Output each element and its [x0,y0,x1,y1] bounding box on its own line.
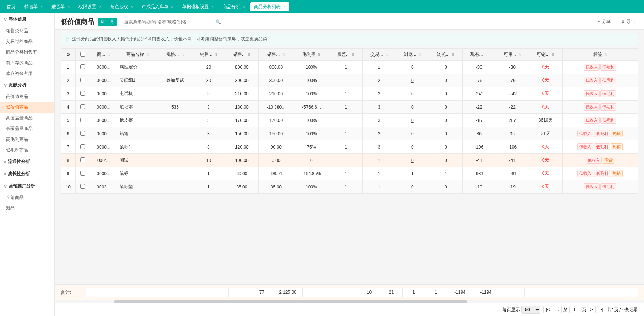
th-name[interactable]: 商品名称 ⇅ [117,49,158,61]
cell-checkbox[interactable] [76,74,90,87]
sidebar-item-in-stock[interactable]: 有库存的商品 [0,58,54,68]
cell-checkbox[interactable] [76,114,90,127]
th-sellable[interactable]: 可销... ⇅ [529,49,562,61]
close-icon[interactable]: × [243,5,245,9]
nav-role[interactable]: 角色授权 × [107,2,137,11]
close-icon[interactable]: × [131,5,133,9]
cell-view1[interactable]: 0 [396,127,429,140]
section-growth[interactable]: >成长性分析 [0,168,54,180]
row-checkbox[interactable] [80,171,85,176]
per-page-select[interactable]: 50 100 200 [521,306,540,314]
select-all-checkbox[interactable] [80,52,85,57]
sidebar-item-sales-products[interactable]: 销售类商品 [0,26,54,36]
row-checkbox[interactable] [80,78,85,82]
nav-sales[interactable]: 销售单 × [21,2,46,11]
prev-page-button[interactable]: < [554,306,561,313]
export-button[interactable]: ⬇ 导出 [618,17,638,26]
row-checkbox[interactable] [80,131,85,136]
view-link[interactable]: 0 [411,105,414,110]
cell-checkbox[interactable] [76,180,90,194]
cell-checkbox[interactable] [76,61,90,74]
row-checkbox[interactable] [80,91,85,96]
cell-checkbox[interactable] [76,140,90,154]
row-checkbox[interactable] [80,64,85,69]
th-sales-amount[interactable]: 销售... ⇅ [225,49,258,61]
view-link[interactable]: 0 [411,158,414,163]
page-number-input[interactable] [569,306,580,313]
row-checkbox[interactable] [80,144,85,149]
first-page-button[interactable]: |< [543,306,552,313]
view-link[interactable]: 0 [411,78,414,83]
cell-checkbox[interactable] [76,127,90,140]
th-sales-qty[interactable]: 销售... ⇅ [192,49,225,61]
close-icon[interactable]: × [211,5,214,9]
cell-view1[interactable]: 0 [396,87,429,101]
view-link[interactable]: 0 [411,91,414,96]
section-contribution[interactable]: ∨贡献分析 [0,79,54,91]
cell-checkbox[interactable] [76,101,90,114]
th-spec[interactable]: 规格... ⇅ [158,49,192,61]
share-button[interactable]: ↗ 分享 [594,17,614,26]
cell-view1[interactable]: 1 [396,167,429,180]
sidebar-item-high-coverage[interactable]: 高覆盖量商品 [0,113,54,123]
sidebar-item-capital[interactable]: 库存资金占用 [0,68,54,79]
nav-permission[interactable]: 权限设置 × [75,2,105,11]
th-sales-profit[interactable]: 销售... ⇅ [258,49,294,61]
view-link[interactable]: 0 [411,145,414,150]
row-checkbox[interactable] [80,104,85,109]
view-link[interactable]: 1 [411,171,414,176]
close-icon[interactable]: × [68,5,70,9]
th-view2[interactable]: 浏览... ⇅ [429,49,462,61]
close-icon[interactable]: × [99,5,101,9]
nav-product-list[interactable]: 商品分析列表 × [250,2,289,11]
sidebar-item-high-profit[interactable]: 高毛利商品 [0,134,54,145]
view-link[interactable]: 0 [411,118,414,123]
th-available[interactable]: 可用... ⇅ [496,49,529,61]
th-code[interactable]: 商... ⇅ [90,49,117,61]
cell-view1[interactable]: 0 [396,114,429,127]
cell-view1[interactable]: 0 [396,61,429,74]
sidebar-item-traded[interactable]: 交易过的商品 [0,36,54,47]
view-link[interactable]: 0 [411,131,414,136]
section-marketing[interactable]: ∨营销推广分析 [0,180,54,192]
view-link[interactable]: 0 [411,65,414,70]
cell-view1[interactable]: 0 [396,74,429,87]
close-icon[interactable]: × [284,5,286,9]
last-page-button[interactable]: >| [597,306,606,313]
nav-home[interactable]: 首页 [3,2,19,11]
close-icon[interactable]: × [171,5,173,9]
cell-view1[interactable]: 0 [396,180,429,194]
footer-scrollbar[interactable] [55,300,644,303]
th-gross-rate[interactable]: 毛利率 ⇅ [294,49,329,61]
cell-checkbox[interactable] [76,167,90,180]
cell-checkbox[interactable] [76,87,90,101]
th-tags[interactable]: 标签 ⇅ [562,49,638,61]
search-input[interactable] [124,19,214,24]
sidebar-item-all-products[interactable]: 全部商品 [0,192,54,203]
row-checkbox[interactable] [80,157,85,162]
table-container[interactable]: ⚙ 商... ⇅ 商品名称 ⇅ 规格... ⇅ 销售... ⇅ 销售... ⇅ … [55,48,644,284]
nav-template[interactable]: 单据模板设置 × [178,2,217,11]
th-gear[interactable]: ⚙ [61,49,76,61]
sidebar-item-high-value[interactable]: 高价值商品 [0,91,54,102]
view-link[interactable]: 0 [411,184,414,190]
th-current[interactable]: 现有... ⇅ [462,49,496,61]
cell-checkbox[interactable] [76,154,90,167]
next-page-button[interactable]: > [588,306,596,313]
nav-purchase[interactable]: 进货单 × [48,2,73,11]
sidebar-item-low-profit[interactable]: 低毛利商品 [0,145,54,156]
sidebar-item-low-value[interactable]: 低价值商品 [0,102,54,113]
cell-view1[interactable]: 0 [396,101,429,114]
row-checkbox[interactable] [80,118,85,122]
section-circulation[interactable]: >流通性分析 [0,156,54,168]
close-icon[interactable]: × [40,5,43,9]
date-filter-tag[interactable]: 近一月 [98,18,117,26]
th-trade[interactable]: 交易... ⇅ [362,49,396,61]
nav-product-analysis[interactable]: 商品分析 × [219,2,249,11]
th-coverage[interactable]: 覆盖... ⇅ [329,49,362,61]
sidebar-item-low-coverage[interactable]: 低覆盖量商品 [0,123,54,134]
sidebar-item-new-products[interactable]: 新品 [0,203,54,214]
sidebar-item-category-rate[interactable]: 商品分类销售率 [0,47,54,58]
row-checkbox[interactable] [80,184,85,189]
cell-view1[interactable]: 0 [396,140,429,154]
